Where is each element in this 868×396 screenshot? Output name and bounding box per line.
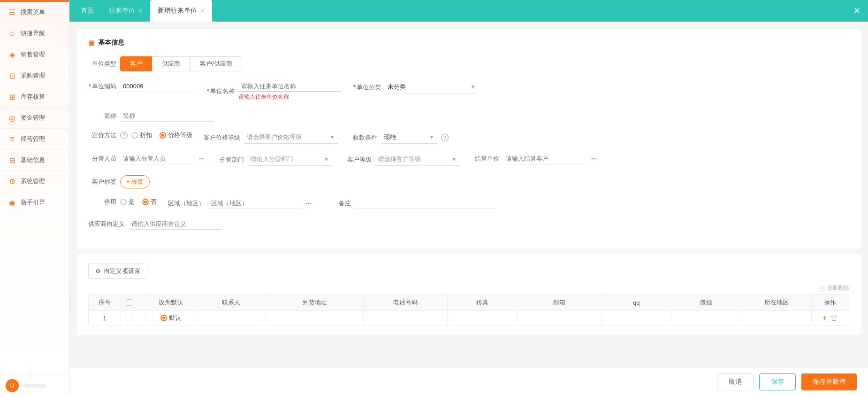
batch-delete-area: ⊡ 批量删除 [88,284,849,292]
address-input[interactable] [287,315,343,322]
contact-card: ⚙ 自定义项设置 ⊡ 批量删除 序号 设为默认 联系人 到货地址 电话号码 传真 [77,254,860,335]
select-all-checkbox[interactable] [126,299,132,306]
pricing-row: 定价方法 ? 折扣 价格等级 客户价格 [88,131,849,144]
cell-index: 1 [89,311,121,326]
region-label: 区域（地区） [168,199,205,208]
main-area: 首页 往来单位 ✕ 新增往来单位 ✕ ✕ ▣ 基本信息 单位类型 客户 [69,0,868,396]
disabled-label: 停用 [88,198,116,206]
sidebar-item-system[interactable]: ⚙ 系统管理 [0,171,69,192]
col-wechat: 微信 [671,295,741,311]
batch-delete-label[interactable]: 批量删除 [827,284,849,292]
sidebar-item-basic[interactable]: ⊟ 基础信息 [0,150,69,171]
money-icon: ◎ [8,113,17,123]
customer-level-group: 客户等级 请选择客户等级 ▼ [343,153,460,166]
customer-level-select[interactable]: 请选择客户等级 ▼ [375,153,460,166]
custom-settings-button[interactable]: ⚙ 自定义项设置 [88,264,147,279]
supplier-custom-row: 供应商自定义 [88,218,849,230]
tab-partners-close[interactable]: ✕ [138,8,143,14]
sidebar-item-operations[interactable]: ≡ 经营管理 [0,129,69,150]
radio-disabled-no[interactable]: 否 [142,198,157,206]
cell-address [266,311,364,326]
type-btn-supplier[interactable]: 供应商 [152,56,190,71]
sidebar-item-label: 新手引导 [21,198,45,207]
col-address: 到货地址 [266,295,364,311]
sidebar-item-purchase[interactable]: ⊡ 采购管理 [0,65,69,86]
delete-row-button[interactable]: 🗑 [830,314,838,322]
avatar: U [6,379,19,392]
region-cell-input[interactable] [758,315,795,322]
add-tag-button[interactable]: + 标签 [120,175,150,188]
note-group: 备注 [323,198,495,209]
manager-input[interactable] [120,153,195,164]
radio-discount[interactable]: 折扣 [131,131,152,140]
email-input[interactable] [536,315,583,322]
sidebar-item-sales[interactable]: ◈ 销售管理 [0,44,69,65]
save-and-new-button[interactable]: 保存并新增 [801,373,857,390]
unit-type-row: 单位类型 客户 供应商 客户/供应商 [88,56,849,71]
customer-price-select[interactable]: 请选择客户价格等级 ▼ [244,131,338,144]
fax-input[interactable] [464,315,501,322]
sidebar-item-quicknav[interactable]: ⌂ 快捷导航 [0,23,69,44]
code-name-row: *单位编码 *单位名称 请输入往来单位名称 *单位分类 [88,81,849,101]
bag-icon: ⊡ [8,71,17,80]
save-button[interactable]: 保存 [759,373,796,390]
cancel-button[interactable]: 取消 [717,373,754,390]
dept-select[interactable]: 请输入分管部门 ▼ [248,153,332,166]
settlement-input[interactable] [503,153,587,164]
unit-category-value: 未分类 [388,83,468,91]
sidebar-item-search[interactable]: ☰ 搜索菜单 [0,2,69,23]
region-input[interactable] [208,198,302,209]
add-row-button[interactable]: + [822,314,827,322]
unit-name-input[interactable] [238,81,342,92]
default-label: 默认 [169,314,181,322]
table-row: 1 默认 [89,311,849,326]
disabled-region-row: 停用 是 否 区域（地区） ··· [88,198,849,209]
manager-more-btn[interactable]: ··· [199,155,205,163]
radio-price-level[interactable]: 价格等级 [160,131,192,140]
unit-code-input[interactable] [120,81,195,92]
radio-disabled-yes[interactable]: 是 [120,198,135,206]
cell-fax [448,311,518,326]
payment-help-icon[interactable]: ? [441,134,449,141]
sidebar-item-finance[interactable]: ◎ 资金管理 [0,108,69,129]
customer-level-label: 客户等级 [343,155,372,164]
contacts-table: 序号 设为默认 联系人 到货地址 电话号码 传真 邮箱 qq 微信 所在地区 操… [88,294,849,326]
short-name-input[interactable] [120,110,214,122]
tab-home[interactable]: 首页 [73,0,101,22]
tab-new-partner-close[interactable]: ✕ [200,8,205,14]
type-btn-both[interactable]: 客户/供应商 [190,56,242,71]
doc-icon: ≡ [8,134,17,144]
unit-category-select[interactable]: 未分类 ▼ [385,81,479,93]
radio-price-level-label: 价格等级 [168,131,192,140]
region-more-btn[interactable]: ··· [306,200,312,207]
col-index: 序号 [89,295,121,311]
manager-label: 分管人员 [88,155,116,163]
note-input[interactable] [355,198,495,209]
sidebar-item-inventory[interactable]: ⊞ 库存核算 [0,86,69,108]
unit-type-buttons: 客户 供应商 客户/供应商 [120,56,242,71]
customer-tag-group: 客户标签 + 标签 [88,175,150,188]
row-checkbox[interactable] [126,315,132,321]
qq-input[interactable] [617,315,655,322]
wechat-input[interactable] [687,315,725,322]
contact-input[interactable] [212,315,250,322]
short-name-group: 简称 [88,110,214,122]
pricing-help-icon[interactable]: ? [120,132,128,139]
window-close-button[interactable]: ✕ [850,4,864,18]
chevron-down-icon: ▼ [329,134,335,140]
sidebar-item-label: 库存核算 [21,93,45,101]
region-group: 区域（地区） ··· [168,198,312,209]
tab-new-partner[interactable]: 新增往来单位 ✕ [150,0,212,22]
default-radio[interactable]: 默认 [150,314,191,322]
type-btn-customer[interactable]: 客户 [120,56,152,71]
supplier-custom-group: 供应商自定义 [88,218,222,230]
phone-input[interactable] [382,315,429,322]
sidebar-item-newbie[interactable]: ◉ 新手引导 [0,192,69,213]
settlement-more-btn[interactable]: ··· [591,155,597,163]
disabled-radio-group: 是 否 [120,198,157,206]
tab-partners[interactable]: 往来单位 ✕ [101,0,150,22]
pricing-method-label: 定价方法 [88,131,116,140]
payment-terms-select[interactable]: 现结 ▼ [381,131,437,144]
supplier-custom-input[interactable] [129,218,222,230]
customer-tag-row: 客户标签 + 标签 [88,175,849,188]
